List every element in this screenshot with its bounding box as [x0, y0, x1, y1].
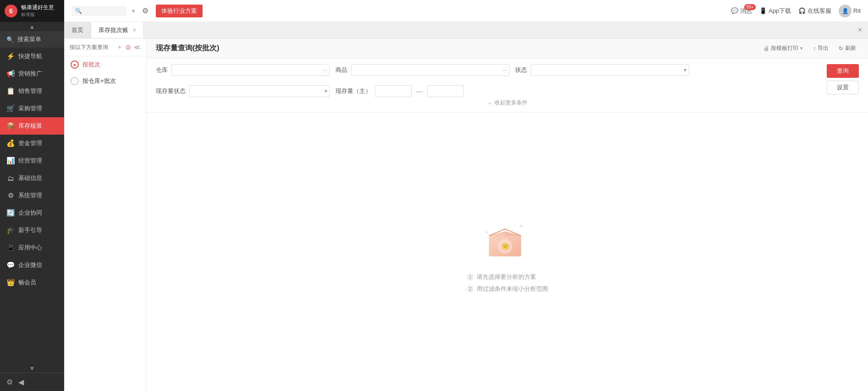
- sidebar-item-inventory[interactable]: 📦 库存核算: [0, 117, 64, 135]
- sidebar-item-purchase-label: 采购管理: [18, 104, 42, 113]
- stock-status-select[interactable]: [189, 85, 330, 97]
- inventory-icon: 📦: [6, 122, 15, 130]
- sidebar: 6 畅康通好生意 标准版 ▲ 🔍 搜索菜单 ⚡ 快捷导航 📢 营销推广 📋 销售…: [0, 0, 64, 391]
- sales-icon: 📋: [6, 87, 15, 95]
- headset-icon: 🎧: [798, 7, 806, 14]
- message-icon: 💬: [731, 7, 738, 14]
- topbar-search-input[interactable]: [84, 8, 121, 14]
- sidebar-item-search[interactable]: 🔍 搜索菜单: [0, 31, 64, 48]
- status-select-wrap: ▾: [531, 64, 689, 76]
- newbie-icon: 🎓: [6, 226, 15, 234]
- refresh-btn-label: 刷新: [845, 44, 856, 52]
- tab-inventory-batch[interactable]: 库存批次账 ×: [91, 22, 144, 38]
- sidebar-item-marketing-label: 营销推广: [18, 70, 42, 78]
- print-btn[interactable]: 🖨 按模板打印 ▾: [761, 43, 806, 54]
- warehouse-more-icon[interactable]: ···: [323, 67, 327, 73]
- stock-status-label: 现存量状态: [156, 87, 186, 95]
- finance-icon: 💰: [6, 139, 15, 147]
- warehouse-condition: 仓库 ···: [156, 64, 330, 76]
- product-input-wrap: ···: [351, 64, 510, 76]
- chevron-up-icon: ︿: [487, 99, 493, 107]
- export-btn[interactable]: ↑ 导出: [810, 43, 831, 54]
- sidebar-item-marketing[interactable]: 📢 营销推广: [0, 65, 64, 82]
- collapse-label: 收起更多条件: [494, 99, 527, 107]
- export-btn-label: 导出: [818, 44, 829, 52]
- sidebar-header: 6 畅康通好生意 标准版: [0, 0, 64, 22]
- tab-home[interactable]: 首页: [64, 22, 91, 38]
- sidebar-item-operations[interactable]: 📊 经营管理: [0, 152, 64, 169]
- filter-item-by-batch[interactable]: ● 按批次: [64, 56, 146, 73]
- main-area: 🔍 ▾ ⚙ 体验行业方案 💬 消息 99+ 📱 App下载 🎧 在线客服 �: [64, 0, 868, 391]
- topbar-gear-icon[interactable]: ⚙: [142, 6, 148, 15]
- sidebar-scroll-up[interactable]: ▲: [0, 22, 64, 31]
- tab-inventory-batch-label: 库存批次账: [99, 26, 128, 34]
- collapse-icon[interactable]: ◀: [18, 378, 24, 386]
- main-content: 现存量查询(按批次) 🖨 按模板打印 ▾ ↑ 导出 ↻ 刷新: [147, 38, 868, 391]
- print-btn-label: 按模板打印: [771, 44, 798, 52]
- tab-close-icon[interactable]: ×: [133, 27, 136, 33]
- enterprise-icon: 🔄: [6, 209, 15, 217]
- sidebar-item-appcenter[interactable]: 📱 应用中心: [0, 239, 64, 256]
- stock-qty-dash: —: [415, 87, 423, 95]
- search-conditions: 仓库 ··· 商品 ···: [147, 59, 868, 113]
- empty-tip-1: 1 请先选择要分析的方案: [467, 273, 548, 281]
- app-download-btn[interactable]: 📱 App下载: [759, 7, 791, 15]
- stock-status-condition: 现存量状态 ▾: [156, 85, 330, 97]
- status-select[interactable]: [531, 64, 689, 76]
- phone-icon: 📱: [759, 7, 767, 14]
- sidebar-nav: 🔍 搜索菜单 ⚡ 快捷导航 📢 营销推广 📋 销售管理 🛒 采购管理 📦 库存核…: [0, 31, 64, 364]
- filter-header-label: 按以下方案查询: [70, 43, 108, 51]
- conditions-row-2: 现存量状态 ▾ 现存量（主）: [156, 85, 821, 97]
- basic-icon: 🗂: [6, 174, 15, 182]
- sidebar-item-appcenter-label: 应用中心: [18, 244, 42, 252]
- sidebar-item-purchase[interactable]: 🛒 采购管理: [0, 100, 64, 117]
- filter-add-icon[interactable]: ＋: [116, 43, 123, 51]
- sidebar-scroll-down[interactable]: ▼: [0, 364, 64, 373]
- stock-qty-label: 现存量（主）: [335, 87, 371, 95]
- stock-qty-condition: 现存量（主） —: [335, 85, 510, 97]
- collapse-more-btn[interactable]: ︿ 收起更多条件: [156, 97, 859, 107]
- filter-item-by-warehouse-batch[interactable]: ○ 按仓库+批次: [64, 73, 146, 89]
- sidebar-item-system[interactable]: ⚙ 系统管理: [0, 187, 64, 204]
- topbar-dropdown-icon[interactable]: ▾: [132, 8, 135, 14]
- filter-header-icons: ＋ ⊙ ≪: [116, 43, 141, 51]
- sidebar-item-newbie[interactable]: 🎓 新手引导: [0, 222, 64, 239]
- sidebar-item-enterprise[interactable]: 🔄 企业协同: [0, 204, 64, 222]
- purchase-icon: 🛒: [6, 104, 15, 113]
- settings-icon[interactable]: ⚙: [6, 378, 13, 386]
- topbar: 🔍 ▾ ⚙ 体验行业方案 💬 消息 99+ 📱 App下载 🎧 在线客服 �: [64, 0, 868, 22]
- sidebar-item-basic[interactable]: 🗂 基础信息: [0, 169, 64, 187]
- sidebar-item-member[interactable]: 👑 畅会员: [0, 274, 64, 291]
- filter-collapse-icon[interactable]: ≪: [134, 43, 141, 51]
- online-service-label: 在线客服: [808, 7, 831, 15]
- online-service-btn[interactable]: 🎧 在线客服: [798, 7, 831, 15]
- sidebar-item-wechat-label: 企业微信: [18, 261, 42, 269]
- product-more-icon[interactable]: ···: [502, 67, 507, 73]
- sidebar-logo: 6: [5, 5, 17, 17]
- refresh-btn[interactable]: ↻ 刷新: [836, 43, 859, 54]
- product-input[interactable]: [351, 64, 510, 76]
- filter-settings-icon[interactable]: ⊙: [126, 43, 131, 51]
- stock-qty-from[interactable]: [375, 85, 412, 97]
- stock-qty-to[interactable]: [427, 85, 464, 97]
- settings-btn[interactable]: 设置: [827, 81, 859, 94]
- quicknav-icon: ⚡: [6, 52, 15, 60]
- panel-close-icon[interactable]: ×: [857, 25, 863, 35]
- empty-illustration: ✦ ✦ 😕: [480, 211, 535, 266]
- user-profile-btn[interactable]: 👤 Rit: [839, 5, 861, 17]
- sidebar-item-sales[interactable]: 📋 销售管理: [0, 82, 64, 100]
- filter-batch-icon: ●: [71, 60, 79, 69]
- warehouse-input[interactable]: [171, 64, 330, 76]
- filter-warehouse-batch-icon: ○: [71, 77, 79, 85]
- query-btn[interactable]: 查询: [827, 64, 859, 78]
- messages-btn[interactable]: 💬 消息 99+: [731, 7, 752, 15]
- experience-btn[interactable]: 体验行业方案: [156, 5, 203, 17]
- sidebar-item-quicknav[interactable]: ⚡ 快捷导航: [0, 48, 64, 65]
- sidebar-item-basic-label: 基础信息: [18, 174, 42, 182]
- print-dropdown-icon[interactable]: ▾: [800, 45, 803, 51]
- status-label: 状态: [515, 66, 527, 74]
- operations-icon: 📊: [6, 157, 15, 165]
- sidebar-item-wechat[interactable]: 💬 企业微信: [0, 256, 64, 274]
- sidebar-item-finance[interactable]: 💰 资金管理: [0, 135, 64, 152]
- sidebar-item-inventory-label: 库存核算: [18, 122, 42, 130]
